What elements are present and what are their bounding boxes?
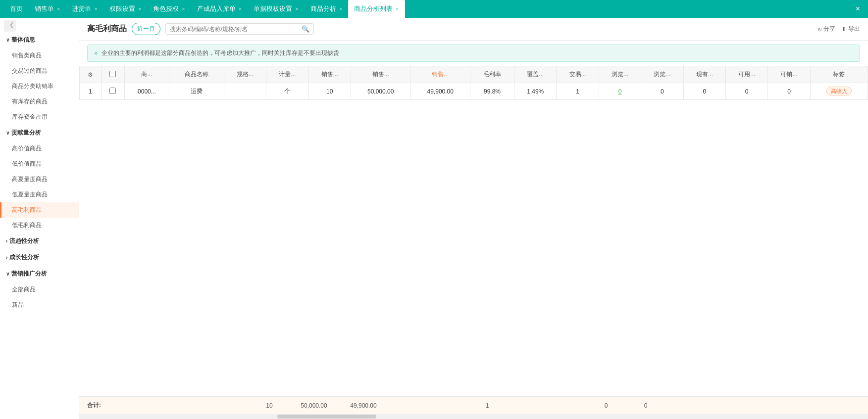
cell-transaction: 1 [557, 83, 599, 100]
col-checkbox[interactable] [101, 66, 124, 83]
col-sales-net[interactable]: 销售... [410, 66, 470, 83]
sidebar-item-traded-goods[interactable]: 交易过的商品 [0, 63, 79, 79]
close-template-icon[interactable]: × [295, 6, 298, 12]
arrow-marketing-icon: ∨ [6, 271, 9, 277]
nav-analysis[interactable]: 商品分析 × [305, 0, 348, 18]
col-unit[interactable]: 计量... [266, 66, 308, 83]
header-actions: ⎋ 分享 ⬆ 导出 [818, 25, 860, 33]
total-current-stock: 0 [586, 402, 626, 409]
total-sales-qty: 10 [250, 402, 289, 409]
arrow-growth-icon: › [6, 255, 7, 260]
close-role-icon[interactable]: × [182, 6, 185, 12]
col-gross-rate[interactable]: 毛利率 [470, 66, 514, 83]
nav-permission[interactable]: 权限设置 × [103, 0, 147, 18]
total-label: 合计: [87, 401, 101, 410]
tag-badge: 高收入 [826, 87, 852, 95]
total-available-stock: 0 [626, 402, 665, 409]
content-header: 高毛利商品 近一月 🔍 ⎋ 分享 ⬆ 导出 [79, 18, 868, 41]
cell-browse1[interactable]: 0 [599, 83, 641, 100]
horizontal-scrollbar[interactable] [79, 414, 868, 419]
col-tag[interactable]: 标签 [810, 66, 868, 83]
cell-coverage: 1.49% [514, 83, 557, 100]
info-icon: ✧ [94, 50, 99, 57]
nav-template[interactable]: 单据模板设置 × [248, 0, 304, 18]
cell-tag: 高收入 [810, 83, 868, 100]
search-input[interactable] [170, 26, 302, 33]
scrollbar-thumb[interactable] [277, 415, 376, 419]
nav-home[interactable]: 首页 [4, 0, 29, 18]
nav-purchase[interactable]: 进货单 × [66, 0, 103, 18]
share-icon: ⎋ [818, 26, 821, 33]
col-settings[interactable]: ⚙ [80, 66, 102, 83]
info-banner: ✧ 企业的主要的利润都是这部分商品创造的，可考虑加大推广，同时关注库存是不要出现… [87, 45, 860, 62]
col-sales-amount[interactable]: 销售... [351, 66, 410, 83]
sidebar-item-category-rate[interactable]: 商品分类助销率 [0, 79, 79, 94]
sidebar-group-contribution[interactable]: ∨ 贡献量分析 [0, 125, 79, 141]
col-code[interactable]: 商... [124, 66, 169, 83]
close-analysis-icon[interactable]: × [339, 6, 342, 12]
arrow-overall-icon: ∨ [6, 37, 9, 43]
period-button[interactable]: 近一月 [132, 23, 160, 35]
sidebar-group-overall[interactable]: ∨ 整体信息 [0, 32, 79, 48]
select-all-checkbox[interactable] [109, 71, 116, 77]
cell-sales-net: 49,900.00 [410, 83, 470, 100]
sidebar-group-marketing[interactable]: ∨ 营销推广分析 [0, 266, 79, 282]
sidebar-item-stocked-goods[interactable]: 有库存的商品 [0, 94, 79, 109]
data-table: ⚙ 商... 商品名称 规格... 计量... 销售... 销售... 销售..… [79, 66, 868, 100]
nav-analysis-list[interactable]: 商品分析列表 × [348, 0, 405, 18]
col-sellable[interactable]: 可销... [768, 66, 810, 83]
col-spec[interactable]: 规格... [224, 66, 266, 83]
sidebar-item-high-value[interactable]: 高价值商品 [0, 141, 79, 156]
content-area: 高毛利商品 近一月 🔍 ⎋ 分享 ⬆ 导出 ✧ 企业的主要的利润都是这部分商品创… [79, 18, 868, 419]
arrow-contribution-icon: ∨ [6, 130, 9, 136]
cell-sales-qty: 10 [308, 83, 351, 100]
sidebar-item-low-margin[interactable]: 低毛利商品 [0, 218, 79, 233]
sidebar-group-trend[interactable]: › 流趋性分析 [0, 233, 79, 249]
info-text: 企业的主要的利润都是这部分商品创造的，可考虑加大推广，同时关注库存是不要出现缺货 [102, 49, 339, 57]
close-purchase-icon[interactable]: × [94, 6, 97, 12]
cell-code: 0000... [124, 83, 169, 100]
close-warehouse-icon[interactable]: × [239, 6, 242, 12]
share-button[interactable]: ⎋ 分享 [818, 25, 835, 33]
export-button[interactable]: ⬆ 导出 [841, 25, 860, 33]
nav-sales[interactable]: 销售单 × [29, 0, 66, 18]
sidebar-item-low-frequency[interactable]: 低夏量度商品 [0, 187, 79, 202]
col-sales-qty[interactable]: 销售... [308, 66, 351, 83]
total-transaction: 1 [467, 402, 507, 409]
sidebar-item-all-goods[interactable]: 全部商品 [0, 282, 79, 297]
sidebar-item-new-goods[interactable]: 新品 [0, 297, 79, 313]
col-browse1[interactable]: 浏览... [599, 66, 641, 83]
data-table-container[interactable]: ⚙ 商... 商品名称 规格... 计量... 销售... 销售... 销售..… [79, 66, 868, 396]
nav-role[interactable]: 角色授权 × [147, 0, 191, 18]
close-analysis-list-icon[interactable]: × [396, 6, 399, 12]
export-icon: ⬆ [841, 26, 846, 33]
collapse-sidebar-button[interactable]: 《 [4, 20, 16, 32]
search-icon[interactable]: 🔍 [302, 25, 309, 33]
sidebar-item-stock-capital[interactable]: 库存资金占用 [0, 109, 79, 125]
cell-spec [224, 83, 266, 100]
search-box: 🔍 [165, 23, 314, 35]
sidebar-item-high-frequency[interactable]: 高夏量度商品 [0, 172, 79, 187]
window-close-icon[interactable]: × [852, 4, 864, 13]
col-available-stock[interactable]: 可用... [725, 66, 767, 83]
nav-warehouse[interactable]: 产成品入库单 × [191, 0, 248, 18]
page-title: 高毛利商品 [87, 24, 127, 34]
col-transaction[interactable]: 交易... [557, 66, 599, 83]
col-coverage[interactable]: 覆盖... [514, 66, 557, 83]
cell-checkbox[interactable] [101, 83, 124, 100]
cell-current-stock: 0 [683, 83, 725, 100]
sidebar-item-high-margin[interactable]: 高毛利商品 [0, 202, 79, 218]
top-nav: 首页 销售单 × 进货单 × 权限设置 × 角色授权 × 产成品入库单 × 单据… [0, 0, 868, 18]
col-current-stock[interactable]: 现有... [683, 66, 725, 83]
cell-browse2: 0 [641, 83, 683, 100]
col-name[interactable]: 商品名称 [169, 66, 224, 83]
sidebar-item-low-value[interactable]: 低价值商品 [0, 156, 79, 172]
sidebar-group-growth[interactable]: › 成长性分析 [0, 249, 79, 266]
cell-available-stock: 0 [725, 83, 767, 100]
total-sales-net: 49,900.00 [339, 402, 388, 409]
close-permission-icon[interactable]: × [138, 6, 141, 12]
sidebar-item-sales-goods[interactable]: 销售类商品 [0, 48, 79, 63]
cell-name: 运费 [169, 83, 224, 100]
col-browse2[interactable]: 浏览... [641, 66, 683, 83]
close-sales-icon[interactable]: × [57, 6, 60, 12]
